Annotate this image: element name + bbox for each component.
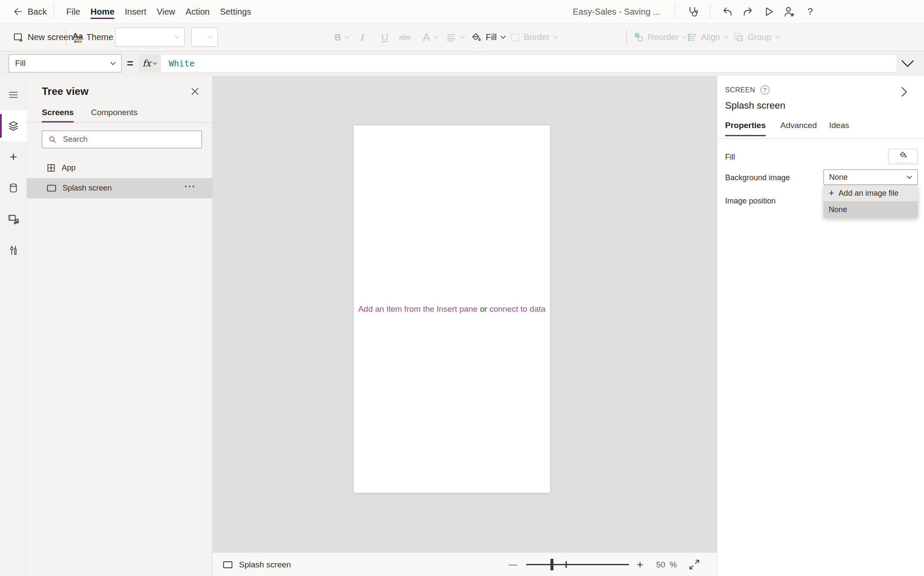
equals-sign: =: [127, 51, 133, 76]
collapse-panel-chevron-icon[interactable]: [901, 86, 908, 97]
current-screen-label: Splash screen: [239, 560, 291, 570]
tree-item-app[interactable]: App: [27, 158, 212, 178]
tab-properties[interactable]: Properties: [725, 121, 766, 136]
advanced-tools-icon[interactable]: [0, 235, 27, 266]
image-position-label: Image position: [725, 197, 776, 206]
reorder-button[interactable]: Reorder: [633, 24, 687, 51]
font-family-select[interactable]: [115, 28, 185, 47]
menu-item-view[interactable]: View: [151, 0, 180, 23]
new-screen-icon: [13, 32, 24, 43]
background-image-select[interactable]: None: [823, 169, 918, 185]
divider: [710, 5, 710, 19]
border-icon: [510, 32, 520, 43]
bold-button[interactable]: B: [334, 24, 349, 51]
zoom-in-button[interactable]: +: [637, 553, 643, 576]
font-size-select[interactable]: [191, 28, 218, 47]
tree-search-box[interactable]: [42, 131, 202, 148]
zoom-level: 50%: [656, 553, 677, 576]
help-circle-icon[interactable]: ?: [761, 85, 770, 94]
preview-play-icon[interactable]: [758, 0, 779, 24]
properties-panel: SCREEN ? Splash screen Properties Advanc…: [717, 76, 924, 576]
ribbon-toolbar: New screen Aa Theme B I U abc A: [0, 24, 924, 51]
font-color-button[interactable]: A: [423, 24, 438, 51]
text-align-button[interactable]: [446, 24, 465, 51]
menu-item-action[interactable]: Action: [180, 0, 215, 23]
current-fill-swatch: [471, 45, 483, 48]
background-image-label: Background image: [725, 173, 790, 182]
align-icon: [687, 32, 698, 43]
tree-view-title: Tree view: [42, 85, 88, 97]
tab-advanced[interactable]: Advanced: [780, 121, 817, 136]
insert-pane-link[interactable]: Add an item from the Insert pane: [358, 304, 478, 313]
menu-bar-right: Easy-Sales - Saving ... ?: [573, 0, 820, 23]
zoom-slider-tick: [566, 561, 567, 568]
app-icon: [46, 163, 56, 173]
menu-item-insert[interactable]: Insert: [119, 0, 151, 23]
fit-to-window-icon[interactable]: [688, 559, 700, 570]
new-screen-button[interactable]: New screen: [13, 24, 82, 51]
zoom-slider-thumb[interactable]: [550, 559, 553, 570]
menu-item-settings[interactable]: Settings: [215, 0, 256, 23]
paint-bucket-icon: [899, 151, 907, 159]
app-checker-icon[interactable]: [682, 0, 703, 24]
italic-button[interactable]: I: [361, 24, 365, 51]
connect-to-data-link[interactable]: connect to data: [490, 304, 546, 313]
formula-bar: Fill = fx: [0, 51, 924, 76]
divider: [675, 5, 675, 19]
left-navigation-rail: +: [0, 76, 27, 576]
media-icon[interactable]: [0, 203, 27, 235]
current-fill-swatch: [895, 160, 911, 162]
fill-color-picker-button[interactable]: [888, 149, 918, 164]
formula-input[interactable]: [161, 55, 897, 72]
reorder-icon: [633, 32, 644, 43]
fill-property-label: Fill: [725, 153, 735, 162]
tree-item-splash-screen[interactable]: Splash screen ···: [27, 178, 212, 198]
back-arrow-icon: [13, 6, 23, 17]
screen-artboard[interactable]: Add an item from the Insert pane or conn…: [354, 125, 550, 493]
tab-ideas[interactable]: Ideas: [829, 121, 849, 136]
selected-element-type: SCREEN: [725, 86, 755, 94]
group-button[interactable]: Group: [733, 24, 780, 51]
properties-tabs: Properties Advanced Ideas: [717, 121, 924, 139]
fx-selector[interactable]: fx: [139, 54, 160, 72]
redo-icon[interactable]: [738, 0, 758, 24]
tree-view-panel: Tree view Screens Components: [27, 76, 213, 576]
option-none[interactable]: None: [823, 201, 918, 218]
divider: [53, 5, 54, 19]
option-add-image-file[interactable]: + Add an image file: [823, 185, 918, 201]
expand-formula-bar-icon[interactable]: [901, 59, 915, 68]
empty-screen-hint: Add an item from the Insert pane or conn…: [354, 304, 550, 314]
menu-item-home[interactable]: Home: [85, 0, 120, 23]
data-sources-icon[interactable]: [0, 172, 27, 203]
share-person-icon[interactable]: [779, 0, 800, 24]
tree-view-rail-icon[interactable]: [0, 110, 27, 141]
tab-screens[interactable]: Screens: [42, 108, 74, 122]
hamburger-menu-icon[interactable]: [0, 79, 27, 110]
zoom-slider-track[interactable]: [526, 564, 629, 565]
group-icon: [733, 32, 744, 43]
underline-button[interactable]: U: [381, 24, 388, 51]
menu-item-file[interactable]: File: [61, 0, 85, 23]
item-more-options-icon[interactable]: ···: [185, 182, 196, 191]
search-input[interactable]: [62, 135, 197, 144]
align-button[interactable]: Align: [687, 24, 728, 51]
insert-plus-icon[interactable]: +: [0, 141, 27, 172]
close-icon[interactable]: [189, 85, 201, 97]
screen-icon: [222, 559, 233, 570]
undo-icon[interactable]: [717, 0, 738, 24]
divider: [626, 30, 627, 45]
app-title-saving-status: Easy-Sales - Saving ...: [573, 7, 660, 17]
tab-components[interactable]: Components: [91, 108, 138, 122]
tree-view-tabs: Screens Components: [27, 97, 212, 123]
divider: [66, 30, 66, 45]
canvas-status-bar: Splash screen — + 50%: [213, 552, 717, 576]
back-label: Back: [28, 7, 47, 17]
theme-icon: Aa: [72, 32, 83, 43]
zoom-out-button[interactable]: —: [509, 553, 517, 576]
property-selector[interactable]: Fill: [9, 54, 122, 72]
back-button[interactable]: Back: [13, 6, 47, 17]
border-button[interactable]: Border: [510, 24, 558, 51]
fill-button[interactable]: Fill: [470, 24, 506, 51]
strikethrough-button[interactable]: abc: [399, 24, 411, 51]
help-icon[interactable]: ?: [800, 0, 820, 24]
